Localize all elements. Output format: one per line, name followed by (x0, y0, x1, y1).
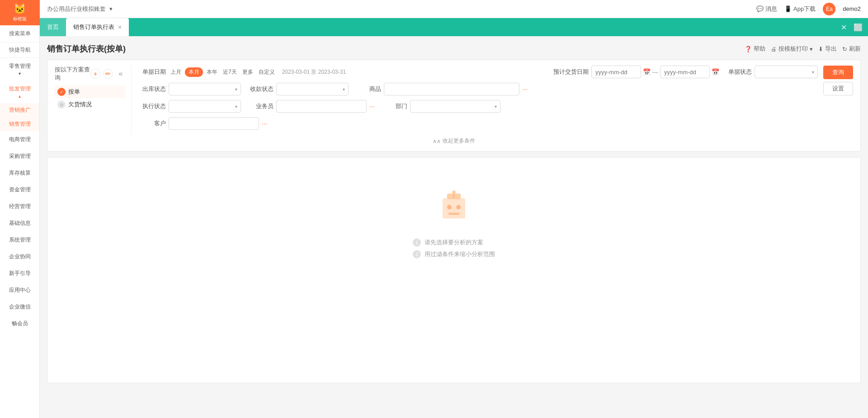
page-title: 销售订单执行表(按单) (47, 43, 126, 54)
edit-scheme-button[interactable]: ✏ (103, 69, 113, 79)
calendar-icon-start[interactable]: 📅 (643, 68, 651, 76)
tab-close-window-button[interactable]: ✕ (837, 21, 850, 33)
refresh-button[interactable]: ↻ 刷新 (842, 45, 861, 53)
print-label: 按模板打印 (778, 45, 808, 53)
expected-delivery-label: 预计交货日期 (553, 68, 589, 76)
collapse-button[interactable]: ∧∧ 收起更多条件 (433, 137, 475, 145)
sidebar-item-system[interactable]: 系统管理 (0, 232, 39, 248)
sidebar-item-newbie[interactable]: 新手引导 (0, 265, 39, 282)
collapse-row: ∧∧ 收起更多条件 (55, 134, 853, 146)
filter-panel-body: 按以下方案查询 + ✏ « ✓ 按单 ⊙ (55, 66, 853, 134)
filter-sidebar-actions: + ✏ « (90, 69, 126, 79)
print-button[interactable]: 🖨 按模板打印 ▾ (771, 45, 813, 53)
message-label: 消息 (765, 5, 777, 13)
scheme-label: 按以下方案查询 (55, 66, 90, 82)
topbar-dropdown-icon[interactable]: ▾ (109, 5, 113, 12)
date-tab-custom[interactable]: 自定义 (257, 67, 277, 77)
filter-main: 单据日期 上月 本月 本年 近7天 更多 自定义 2023 (132, 66, 818, 134)
sidebar-item-label: 电商管理 (9, 136, 31, 143)
sidebar-item-label: 系统管理 (9, 236, 31, 244)
salesperson-input[interactable] (276, 100, 367, 113)
sidebar-item-enterprise[interactable]: 企业协同 (0, 248, 39, 265)
payment-status-select[interactable] (276, 83, 349, 95)
sidebar-item-basic[interactable]: 基础信息 (0, 215, 39, 232)
tab-home[interactable]: 首页 (40, 18, 66, 36)
sidebar-item-label: 经营管理 (9, 203, 31, 210)
date-start-input[interactable] (591, 66, 641, 78)
sidebar-item-label: 应用中心 (9, 286, 31, 294)
payment-status-label: 收款状态 (246, 85, 274, 93)
goods-picker-icon[interactable]: ··· (522, 86, 528, 93)
salesperson-field: 业务员 ··· (246, 100, 375, 113)
user-name[interactable]: demo2 (843, 5, 861, 12)
sidebar-sub-item-sales[interactable]: 销售管理 (0, 117, 39, 131)
sidebar-item-inventory[interactable]: 库存核算 (0, 165, 39, 181)
sidebar-quick-nav[interactable]: 快捷导航 (0, 43, 39, 58)
exec-status-field: 执行状态 ▾ (139, 100, 241, 113)
date-tab-last-month[interactable]: 上月 (169, 67, 183, 77)
sidebar-item-wechat[interactable]: 企业微信 (0, 299, 39, 315)
sidebar-sub-item-marketing[interactable]: 营销推广 (0, 103, 39, 117)
sidebar-item-label: 资金管理 (9, 186, 31, 194)
export-button[interactable]: ⬇ 导出 (818, 45, 837, 53)
print-dropdown-icon: ▾ (810, 46, 813, 52)
tabbar-actions: ✕ ⬜ (837, 21, 868, 33)
scheme-item-owe[interactable]: ⊙ 欠货情况 (55, 98, 126, 111)
sidebar-search[interactable]: 搜索菜单 (0, 25, 39, 43)
page-header: 销售订单执行表(按单) ❓ 帮助 🖨 按模板打印 ▾ ⬇ 导出 (47, 43, 861, 54)
app-download-button[interactable]: 📱 App下载 (784, 5, 816, 13)
delivery-status-label: 出库状态 (139, 85, 166, 93)
empty-hint-2: 2 用过滤条件来缩小分析范围 (413, 250, 495, 258)
date-tab-this-month[interactable]: 本月 (185, 67, 203, 77)
status-select[interactable] (755, 66, 818, 78)
tab-maximize-button[interactable]: ⬜ (852, 21, 864, 33)
goods-input[interactable] (384, 83, 519, 95)
sidebar-item-purchase[interactable]: 采购管理 (0, 148, 39, 165)
add-scheme-button[interactable]: + (90, 69, 100, 79)
expected-delivery-field: 预计交货日期 📅 — 📅 (553, 66, 719, 78)
search-button[interactable]: 查询 (823, 66, 853, 79)
sidebar-item-finance[interactable]: 资金管理 (0, 181, 39, 198)
date-tab-this-year[interactable]: 本年 (205, 67, 219, 77)
salesperson-picker-icon[interactable]: ··· (369, 103, 375, 110)
date-tab-more[interactable]: 更多 (241, 67, 255, 77)
scheme-item-order[interactable]: ✓ 按单 (55, 86, 126, 98)
date-field-label: 单据日期 (139, 68, 166, 76)
delivery-status-select[interactable] (169, 83, 241, 95)
topbar-right: 💬 消息 📱 App下载 Ea demo2 (756, 3, 861, 15)
help-button[interactable]: ❓ 帮助 (745, 45, 765, 53)
date-field: 单据日期 上月 本月 本年 近7天 更多 自定义 (139, 67, 277, 77)
delivery-status-wrapper: ▾ (169, 83, 241, 95)
calendar-icon-end[interactable]: 📅 (712, 68, 719, 76)
sidebar-item-appstore[interactable]: 应用中心 (0, 282, 39, 299)
user-avatar[interactable]: Ea (823, 3, 835, 15)
sales-tab-label: 销售订单执行表 (73, 23, 114, 31)
collapse-label: 收起更多条件 (443, 137, 475, 145)
message-button[interactable]: 💬 消息 (756, 5, 777, 13)
sidebar-item-label: 新手引导 (9, 270, 31, 277)
sidebar-item-operations[interactable]: 经营管理 (0, 198, 39, 215)
date-tab-7days[interactable]: 近7天 (221, 67, 239, 77)
sidebar-logo[interactable]: 🐱 标橙版 (0, 0, 40, 25)
collapse-sidebar-button[interactable]: « (116, 69, 126, 79)
tab-close-icon[interactable]: × (118, 24, 122, 31)
customer-input[interactable] (169, 117, 259, 130)
sidebar-item-member[interactable]: 畅会员 (0, 315, 39, 332)
exec-status-select[interactable] (169, 100, 241, 113)
hint-num-1: 1 (413, 238, 421, 247)
hint-text-2: 用过滤条件来缩小分析范围 (425, 250, 495, 258)
sidebar-item-wholesale[interactable]: 批发管理 ▴ (0, 81, 39, 103)
dept-select[interactable] (410, 100, 500, 113)
app-download-label: App下载 (793, 5, 816, 13)
tab-sales-list[interactable]: 销售订单执行表 × (66, 18, 129, 36)
status-field-label: 单据状态 (725, 68, 752, 76)
scheme-icon-owe: ⊙ (57, 100, 66, 109)
date-range-text: 2023-03-01 至 2023-03-31 (282, 68, 346, 76)
customer-picker-icon[interactable]: ··· (262, 120, 267, 127)
sidebar-item-retail[interactable]: 零售管理 ▾ (0, 58, 39, 81)
settings-button[interactable]: 设置 (823, 82, 853, 95)
sidebar-sub-item-label: 营销推广 (9, 107, 31, 113)
date-end-input[interactable] (660, 66, 710, 78)
sidebar-item-ecommerce[interactable]: 电商管理 (0, 131, 39, 148)
sidebar-sub-item-label: 销售管理 (9, 121, 31, 127)
